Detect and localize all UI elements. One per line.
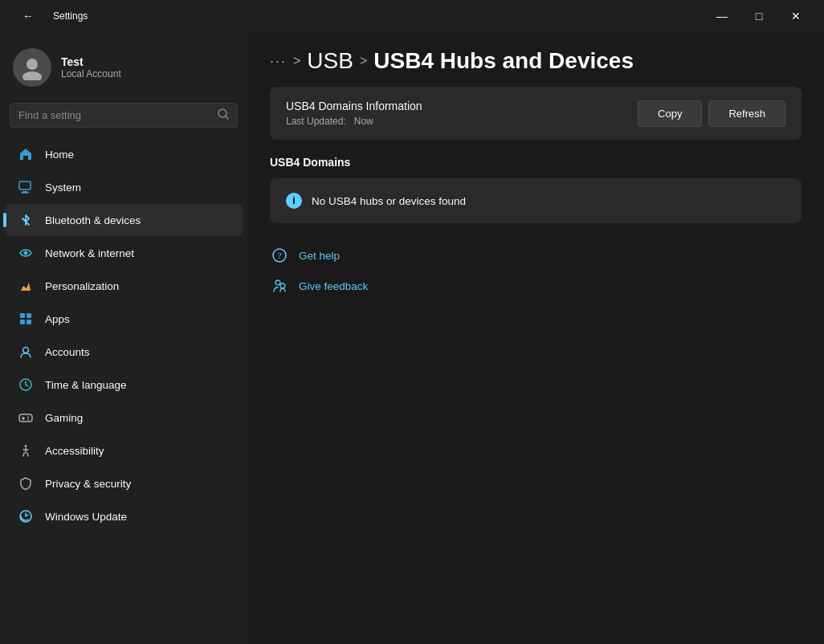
bluetooth-icon <box>18 212 34 228</box>
sidebar-item-label-time: Time & language <box>45 379 127 391</box>
sidebar-item-network[interactable]: Network & internet <box>5 237 243 269</box>
user-account-type: Local Account <box>61 68 121 79</box>
home-icon <box>18 146 34 162</box>
sidebar-item-personalization[interactable]: Personalization <box>5 270 243 302</box>
svg-text:?: ? <box>278 251 282 260</box>
last-updated-value: Now <box>354 116 373 127</box>
titlebar: ← Settings — □ ✕ <box>0 0 824 32</box>
user-name: Test <box>61 55 121 68</box>
sidebar-item-label-windows-update: Windows Update <box>45 511 127 523</box>
give-feedback-label: Give feedback <box>299 280 368 292</box>
breadcrumb-sep-1: > <box>293 54 300 68</box>
privacy-icon <box>18 475 34 491</box>
copy-button[interactable]: Copy <box>638 100 702 127</box>
accessibility-icon <box>18 442 34 459</box>
info-panel-left: USB4 Domains Information Last Updated: N… <box>286 100 422 127</box>
svg-point-19 <box>25 445 27 447</box>
svg-rect-14 <box>19 414 32 422</box>
app-container: Test Local Account Home <box>0 32 824 644</box>
last-updated-label: Last Updated: <box>286 116 346 127</box>
personalization-icon <box>18 278 34 294</box>
sidebar-item-accounts[interactable]: Accounts <box>5 336 243 368</box>
sidebar-item-label-network: Network & internet <box>45 247 134 259</box>
devices-panel: i No USB4 hubs or devices found <box>270 178 802 223</box>
sidebar-item-accessibility[interactable]: Accessibility <box>5 434 243 467</box>
info-panel-buttons: Copy Refresh <box>638 100 785 127</box>
search-box[interactable] <box>10 103 238 128</box>
nav-items: Home System <box>0 137 247 644</box>
svg-rect-9 <box>27 313 31 318</box>
gaming-icon <box>18 410 34 426</box>
accounts-icon <box>18 344 34 360</box>
sidebar-item-label-accessibility: Accessibility <box>45 445 104 457</box>
back-button[interactable]: ← <box>10 3 47 29</box>
sidebar-item-system[interactable]: System <box>5 171 243 203</box>
network-icon <box>18 245 34 261</box>
maximize-button[interactable]: □ <box>740 3 777 29</box>
titlebar-controls: — □ ✕ <box>704 3 814 29</box>
breadcrumb: ··· > USB > USB4 Hubs and Devices <box>247 32 824 87</box>
minimize-button[interactable]: — <box>704 3 740 29</box>
sidebar-item-label-system: System <box>45 181 81 194</box>
info-panel: USB4 Domains Information Last Updated: N… <box>270 87 802 140</box>
windows-update-icon <box>18 508 34 524</box>
close-button[interactable]: ✕ <box>777 3 814 29</box>
refresh-button[interactable]: Refresh <box>708 100 785 127</box>
svg-point-1 <box>22 71 42 80</box>
svg-rect-8 <box>20 313 25 318</box>
get-help-icon: ? <box>270 246 289 265</box>
svg-point-18 <box>27 419 29 421</box>
breadcrumb-dots: ··· <box>270 53 287 70</box>
help-links: ? Get help Give feedback <box>247 239 824 302</box>
no-devices-text: No USB4 hubs or devices found <box>312 195 466 207</box>
sidebar: Test Local Account Home <box>0 32 247 644</box>
search-icon <box>218 108 229 122</box>
svg-rect-10 <box>20 320 25 324</box>
svg-point-24 <box>280 283 285 288</box>
sidebar-item-label-home: Home <box>45 149 74 161</box>
give-feedback-icon <box>270 276 289 296</box>
titlebar-title: Settings <box>53 10 88 22</box>
sidebar-item-privacy[interactable]: Privacy & security <box>5 467 243 499</box>
info-panel-subtitle: Last Updated: Now <box>286 116 422 127</box>
svg-point-12 <box>23 348 29 353</box>
system-icon <box>18 179 34 195</box>
get-help-link[interactable]: ? Get help <box>270 246 802 265</box>
sidebar-item-home[interactable]: Home <box>5 138 243 170</box>
svg-line-3 <box>226 116 228 119</box>
content-area: ··· > USB > USB4 Hubs and Devices USB4 D… <box>247 32 824 644</box>
svg-rect-11 <box>27 320 31 324</box>
avatar <box>13 48 51 87</box>
time-icon <box>18 377 34 393</box>
search-input[interactable] <box>18 109 211 121</box>
sidebar-item-apps[interactable]: Apps <box>5 303 243 335</box>
sidebar-item-label-bluetooth: Bluetooth & devices <box>45 214 141 226</box>
sidebar-item-gaming[interactable]: Gaming <box>5 401 243 434</box>
sidebar-item-time[interactable]: Time & language <box>5 369 243 401</box>
svg-point-0 <box>27 59 38 70</box>
sidebar-item-label-privacy: Privacy & security <box>45 478 131 490</box>
sidebar-item-label-personalization: Personalization <box>45 280 119 292</box>
sidebar-item-label-gaming: Gaming <box>45 412 83 424</box>
get-help-label: Get help <box>299 250 340 262</box>
user-info: Test Local Account <box>61 55 121 79</box>
sidebar-item-label-accounts: Accounts <box>45 346 90 358</box>
svg-rect-4 <box>19 181 31 190</box>
svg-point-17 <box>27 417 29 418</box>
page-title: USB4 Hubs and Devices <box>373 48 634 74</box>
breadcrumb-usb[interactable]: USB <box>307 48 353 74</box>
svg-point-23 <box>275 280 280 285</box>
give-feedback-link[interactable]: Give feedback <box>270 276 802 296</box>
info-circle-icon: i <box>286 193 302 209</box>
sidebar-item-bluetooth[interactable]: Bluetooth & devices <box>5 204 243 236</box>
user-profile[interactable]: Test Local Account <box>0 39 247 103</box>
svg-point-7 <box>24 251 28 255</box>
apps-icon <box>18 311 34 327</box>
sidebar-item-label-apps: Apps <box>45 313 70 325</box>
titlebar-left: ← Settings <box>10 3 88 29</box>
breadcrumb-sep-2: > <box>360 54 367 68</box>
info-panel-title: USB4 Domains Information <box>286 100 422 112</box>
usb4-section-title: USB4 Domains <box>247 156 824 178</box>
sidebar-item-windows-update[interactable]: Windows Update <box>5 500 243 532</box>
